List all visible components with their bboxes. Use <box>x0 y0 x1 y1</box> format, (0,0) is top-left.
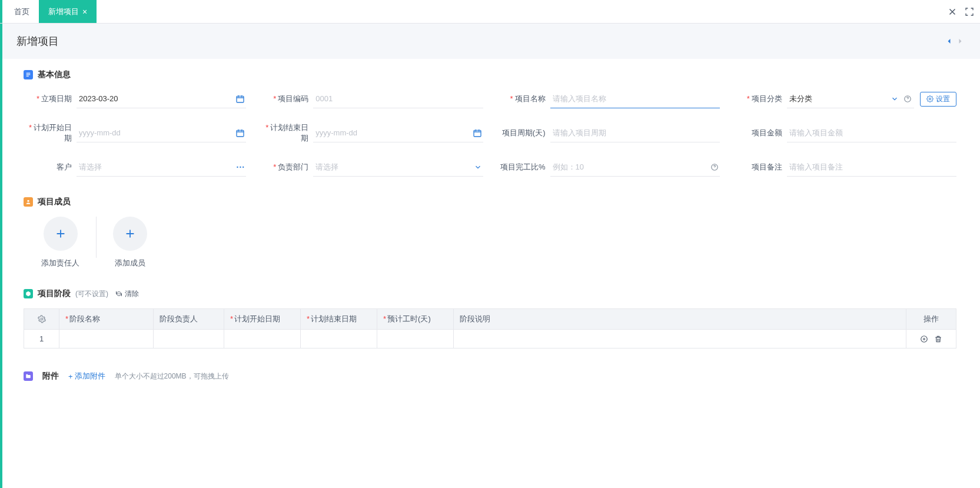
members-title: 项目成员 <box>38 197 71 207</box>
svg-rect-3 <box>237 96 244 102</box>
calendar-icon[interactable] <box>235 94 245 104</box>
input-plan-end[interactable] <box>313 124 483 142</box>
section-attachments: 附件 + 添加附件 单个大小不超过200MB，可拖拽上传 <box>0 353 980 386</box>
label-amount: 项目金额 <box>734 128 787 138</box>
input-init-date[interactable] <box>77 89 246 108</box>
label-plan-start: 计划开始日期 <box>24 122 77 144</box>
input-remark[interactable] <box>787 158 956 177</box>
svg-rect-6 <box>237 130 244 137</box>
more-icon[interactable]: ··· <box>237 162 245 172</box>
add-member-label: 添加成员 <box>115 258 145 268</box>
section-members: 项目成员 添加责任人 添加成员 <box>0 181 980 273</box>
cell-stage-desc[interactable] <box>454 330 906 348</box>
add-owner-label: 添加责任人 <box>41 258 79 268</box>
basic-info-title: 基本信息 <box>38 69 71 80</box>
page-title: 新增项目 <box>16 34 59 48</box>
help-icon[interactable] <box>903 95 912 103</box>
cell-stage-owner[interactable] <box>154 330 224 348</box>
stages-title: 项目阶段 <box>38 288 71 299</box>
col-stage-owner: 阶段负责人 <box>154 309 224 330</box>
label-code: 项目编码 <box>260 94 313 104</box>
tab-new-project-label: 新增项目 <box>48 6 79 17</box>
tabs-bar: 首页 新增项目 × <box>0 0 980 24</box>
clear-stages-label: 清除 <box>125 289 139 299</box>
col-stage-end: 计划结束日期 <box>301 309 377 330</box>
tab-home[interactable]: 首页 <box>5 0 39 23</box>
label-customer: 客户 <box>24 162 77 172</box>
svg-rect-7 <box>474 130 481 137</box>
page-header: 新增项目 <box>0 24 980 59</box>
settings-button-label: 设置 <box>936 94 950 104</box>
attach-hint: 单个大小不超过200MB，可拖拽上传 <box>115 371 229 381</box>
cell-stage-est[interactable] <box>377 330 454 348</box>
add-attachment-button[interactable]: + 添加附件 <box>68 371 105 381</box>
add-attachment-label: 添加附件 <box>75 371 105 381</box>
tab-new-project[interactable]: 新增项目 × <box>39 0 97 23</box>
col-stage-start: 计划开始日期 <box>224 309 301 330</box>
add-member-button[interactable] <box>113 217 147 251</box>
input-dept[interactable] <box>313 158 483 177</box>
label-name: 项目名称 <box>497 94 550 104</box>
label-plan-end: 计划结束日期 <box>260 122 313 144</box>
stages-icon <box>24 289 33 298</box>
input-plan-start[interactable] <box>77 124 246 142</box>
col-stage-est: 预计工时(天) <box>377 309 454 330</box>
tab-close-icon[interactable]: × <box>82 8 87 16</box>
svg-rect-1 <box>26 74 31 75</box>
plus-icon: + <box>68 372 73 381</box>
add-row-icon[interactable] <box>920 335 928 343</box>
stage-idx: 1 <box>24 330 59 348</box>
input-code[interactable] <box>313 89 483 108</box>
prev-arrow-icon[interactable] <box>946 38 953 45</box>
section-stages: 项目阶段 (可不设置) 清除 阶段名称 阶段负责人 计划开始日期 计划结束日期 <box>0 273 980 353</box>
members-icon <box>24 197 33 207</box>
section-basic: 基本信息 立项日期 项目编码 项目名称 <box>0 59 980 181</box>
add-owner-button[interactable] <box>44 217 78 251</box>
cell-stage-name[interactable] <box>59 330 154 348</box>
clear-stages-button[interactable]: 清除 <box>115 289 139 299</box>
col-stage-ops: 操作 <box>906 309 956 330</box>
panel-close-icon[interactable] <box>947 6 958 17</box>
svg-rect-2 <box>26 76 29 77</box>
label-category: 项目分类 <box>734 94 787 104</box>
label-remark: 项目备注 <box>734 162 787 172</box>
label-done-pct: 项目完工比% <box>497 162 550 172</box>
label-init-date: 立项日期 <box>24 94 77 104</box>
input-name[interactable] <box>550 89 720 108</box>
stages-table: 阶段名称 阶段负责人 计划开始日期 计划结束日期 预计工时(天) 阶段说明 操作… <box>24 308 956 348</box>
delete-row-icon[interactable] <box>934 335 942 343</box>
folder-icon <box>24 371 33 381</box>
col-stage-name: 阶段名称 <box>59 309 154 330</box>
col-stage-desc: 阶段说明 <box>454 309 906 330</box>
cell-stage-start[interactable] <box>224 330 301 348</box>
input-done-pct[interactable] <box>550 158 720 177</box>
svg-point-10 <box>41 318 43 320</box>
label-dept: 负责部门 <box>260 162 313 172</box>
svg-point-5 <box>929 98 931 100</box>
svg-rect-0 <box>26 73 31 74</box>
svg-point-9 <box>27 200 29 202</box>
stage-row[interactable]: 1 <box>24 330 956 348</box>
col-gear[interactable] <box>24 309 59 330</box>
next-arrow-icon[interactable] <box>956 38 964 45</box>
basic-info-icon <box>24 70 33 79</box>
settings-button[interactable]: 设置 <box>920 92 956 107</box>
input-customer[interactable] <box>77 158 246 177</box>
calendar-icon[interactable] <box>235 128 245 138</box>
stages-hint: (可不设置) <box>75 289 108 299</box>
app-left-accent <box>0 0 2 488</box>
member-divider <box>96 217 97 258</box>
input-cycle[interactable] <box>550 124 720 142</box>
stages-header-row: 阶段名称 阶段负责人 计划开始日期 计划结束日期 预计工时(天) 阶段说明 操作 <box>24 309 956 330</box>
input-amount[interactable] <box>787 124 956 142</box>
chevron-down-icon[interactable] <box>891 95 899 103</box>
help-icon[interactable] <box>710 163 719 171</box>
cell-stage-end[interactable] <box>301 330 377 348</box>
tab-home-label: 首页 <box>14 6 29 17</box>
attach-title: 附件 <box>42 371 59 381</box>
chevron-down-icon[interactable] <box>474 163 482 171</box>
calendar-icon[interactable] <box>473 128 482 138</box>
label-cycle: 项目周期(天) <box>497 128 550 138</box>
fullscreen-icon[interactable] <box>965 7 974 16</box>
